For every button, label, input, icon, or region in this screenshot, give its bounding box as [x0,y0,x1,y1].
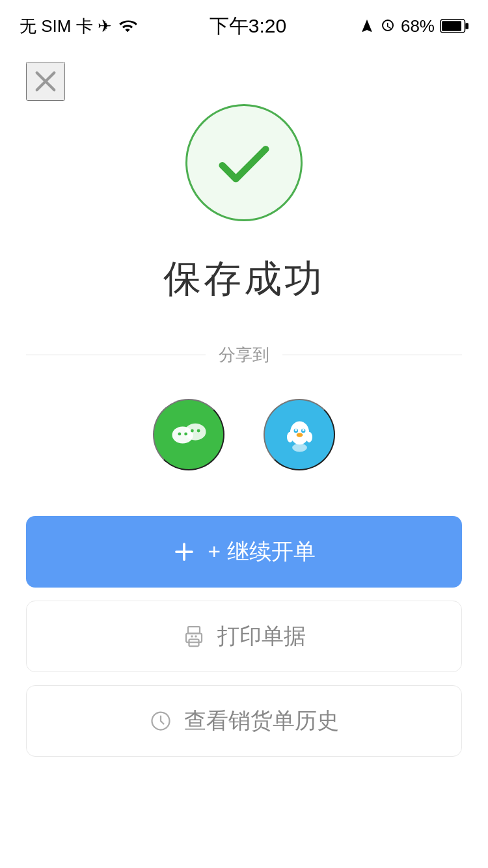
sim-status: 无 SIM 卡 ✈ [20,15,112,38]
svg-rect-1 [442,21,461,31]
svg-point-12 [292,443,307,452]
status-bar: 无 SIM 卡 ✈ 下午3:20 68% [0,0,488,52]
svg-point-7 [178,432,181,435]
history-button[interactable]: 查看销货单历史 [26,685,462,757]
svg-point-13 [287,431,293,442]
success-icon-circle [185,104,303,221]
svg-point-17 [295,429,297,431]
history-icon [149,709,172,733]
main-content: 保存成功 分享到 [0,52,488,757]
svg-point-10 [197,429,200,432]
plus-icon [172,540,196,563]
status-left: 无 SIM 卡 ✈ [20,15,137,38]
print-label: 打印单据 [217,621,306,651]
svg-point-9 [190,429,193,432]
svg-point-8 [184,432,187,435]
history-label: 查看销货单历史 [184,706,339,736]
location-icon [359,18,375,34]
continue-button[interactable]: + 继续开单 [26,516,462,588]
battery-icon [440,18,468,34]
wechat-share-button[interactable] [153,399,224,470]
wifi-icon [118,17,137,35]
print-icon [182,625,206,648]
continue-label: + 继续开单 [208,537,315,567]
close-button[interactable] [26,62,65,101]
svg-rect-25 [191,636,193,638]
svg-point-6 [185,423,206,440]
battery-percent: 68% [401,16,435,36]
svg-point-19 [296,433,303,437]
share-divider: 分享到 [26,344,462,366]
svg-rect-22 [188,627,200,634]
success-title: 保存成功 [163,254,325,305]
svg-point-14 [306,431,312,442]
svg-point-18 [302,429,304,431]
wechat-icon [168,414,210,456]
action-buttons: + 继续开单 打印单据 查看销货单历史 [0,496,488,757]
share-section: 分享到 [0,344,488,470]
qq-share-button[interactable] [264,399,335,470]
svg-rect-26 [195,636,197,638]
status-time: 下午3:20 [210,13,286,40]
qq-icon [278,414,321,456]
print-button[interactable]: 打印单据 [26,601,462,672]
share-icons [26,399,462,470]
svg-rect-2 [465,23,468,29]
status-right: 68% [359,16,468,36]
share-label: 分享到 [219,344,269,366]
alarm-icon [380,18,396,34]
checkmark-icon [211,130,277,195]
